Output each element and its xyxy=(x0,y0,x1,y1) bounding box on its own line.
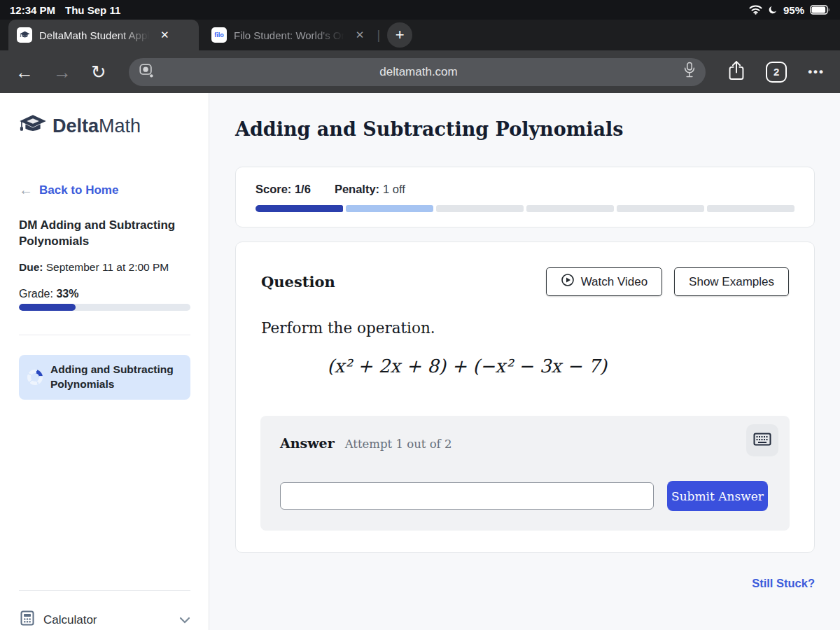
penalty-text: Penalty:1 off xyxy=(335,183,405,196)
close-tab-icon[interactable]: ✕ xyxy=(159,29,171,41)
chevron-down-icon xyxy=(179,613,190,627)
url-bar[interactable]: deltamath.com xyxy=(129,58,706,86)
calculator-icon xyxy=(19,610,36,630)
graduation-cap-icon xyxy=(19,114,47,138)
share-icon[interactable] xyxy=(728,60,745,84)
attempt-counter: Attempt 1 out of 2 xyxy=(345,438,452,451)
tabs-button[interactable]: 2 xyxy=(766,62,787,83)
score-segment-empty xyxy=(526,205,614,212)
submit-answer-button[interactable]: Submit Answer xyxy=(667,481,768,511)
tab-title: Filo Student: World's On xyxy=(234,29,347,41)
sidebar-divider xyxy=(19,590,190,591)
score-text: Score: 1/6 xyxy=(255,183,311,196)
battery-percent: 95% xyxy=(783,4,804,16)
answer-panel: Answer Attempt 1 out of 2 xyxy=(260,416,790,531)
math-expression: (x² + 2x + 8) + (−x² − 3x − 7) xyxy=(261,356,673,377)
status-time: 12:34 PM xyxy=(10,4,55,16)
calculator-toggle[interactable]: Calculator xyxy=(19,610,190,630)
question-prompt: Perform the operation. xyxy=(261,319,789,337)
battery-icon xyxy=(810,5,830,15)
back-to-home-link[interactable]: ← Back to Home xyxy=(19,182,118,198)
grade-label: Grade: 33% xyxy=(19,288,78,300)
score-segment-empty xyxy=(617,205,704,212)
close-tab-icon[interactable]: ✕ xyxy=(354,29,366,41)
calculator-label: Calculator xyxy=(43,613,97,627)
grade-progress-fill xyxy=(19,304,76,311)
progress-donut-icon xyxy=(27,370,43,385)
page-title: Adding and Subtracting Polynomials xyxy=(235,118,624,140)
watch-video-label: Watch Video xyxy=(581,275,648,289)
microphone-icon[interactable] xyxy=(683,62,696,82)
answer-input[interactable] xyxy=(280,482,654,510)
question-card: Question Watch Video xyxy=(235,241,815,553)
sidebar-item-label: Adding and Subtracting Polynomials xyxy=(50,363,182,392)
watch-video-button[interactable]: Watch Video xyxy=(546,267,662,296)
status-date: Thu Sep 11 xyxy=(65,4,120,16)
score-segment-partial xyxy=(346,205,433,212)
back-to-home-label: Back to Home xyxy=(39,183,118,197)
keyboard-icon xyxy=(753,433,771,448)
score-segment-empty xyxy=(707,205,794,212)
tab-separator: | xyxy=(377,28,380,43)
back-arrow-icon: ← xyxy=(19,182,33,198)
show-examples-button[interactable]: Show Examples xyxy=(674,267,789,296)
tab-title: DeltaMath Student Appli xyxy=(39,29,152,41)
url-text: deltamath.com xyxy=(154,65,683,79)
deltamath-logo[interactable]: DeltaMath xyxy=(19,114,141,138)
status-bar: 12:34 PM Thu Sep 11 95% xyxy=(0,0,840,20)
tab-deltamath[interactable]: DeltaMath Student Appli ✕ xyxy=(8,20,199,50)
tab-bar: DeltaMath Student Appli ✕ filo Filo Stud… xyxy=(0,20,840,50)
tab-filo[interactable]: filo Filo Student: World's On ✕ xyxy=(203,20,374,50)
score-segment-empty xyxy=(436,205,524,212)
play-circle-icon xyxy=(561,273,575,290)
question-heading: Question xyxy=(261,273,335,290)
answer-label: Answer xyxy=(280,435,335,451)
screen: 12:34 PM Thu Sep 11 95% xyxy=(0,0,840,630)
forward-button[interactable]: → xyxy=(53,63,71,81)
due-date: Due: September 11 at 2:00 PM xyxy=(19,261,191,274)
score-segments xyxy=(255,205,794,212)
math-keyboard-button[interactable] xyxy=(746,424,778,456)
browser-toolbar: ← → ↻ deltamath.com xyxy=(0,50,840,93)
wifi-icon xyxy=(749,5,762,15)
logo-text: DeltaMath xyxy=(52,115,141,137)
new-tab-button[interactable]: + xyxy=(387,22,412,48)
deltamath-favicon-icon xyxy=(17,27,32,43)
more-menu-icon[interactable]: ••• xyxy=(808,65,825,79)
moon-icon xyxy=(768,5,778,15)
still-stuck-link[interactable]: Still Stuck? xyxy=(752,577,815,590)
app-body: DeltaMath ← Back to Home DM Adding and S… xyxy=(0,93,840,630)
filo-favicon-icon: filo xyxy=(211,27,227,43)
sidebar-item-adding-subtracting-polynomials[interactable]: Adding and Subtracting Polynomials xyxy=(19,355,190,400)
reload-button[interactable]: ↻ xyxy=(91,63,106,81)
show-examples-label: Show Examples xyxy=(689,275,774,289)
sidebar: DeltaMath ← Back to Home DM Adding and S… xyxy=(0,93,209,630)
score-card: Score: 1/6 Penalty:1 off xyxy=(235,167,815,227)
main-content: Adding and Subtracting Polynomials Score… xyxy=(209,93,840,630)
assignment-title: DM Adding and Subtracting Polynomials xyxy=(19,218,191,250)
back-button[interactable]: ← xyxy=(15,63,34,81)
lens-camera-icon[interactable] xyxy=(139,63,154,81)
sidebar-divider xyxy=(19,335,190,335)
grade-progress-bar xyxy=(19,304,190,311)
score-segment-filled xyxy=(255,205,343,212)
